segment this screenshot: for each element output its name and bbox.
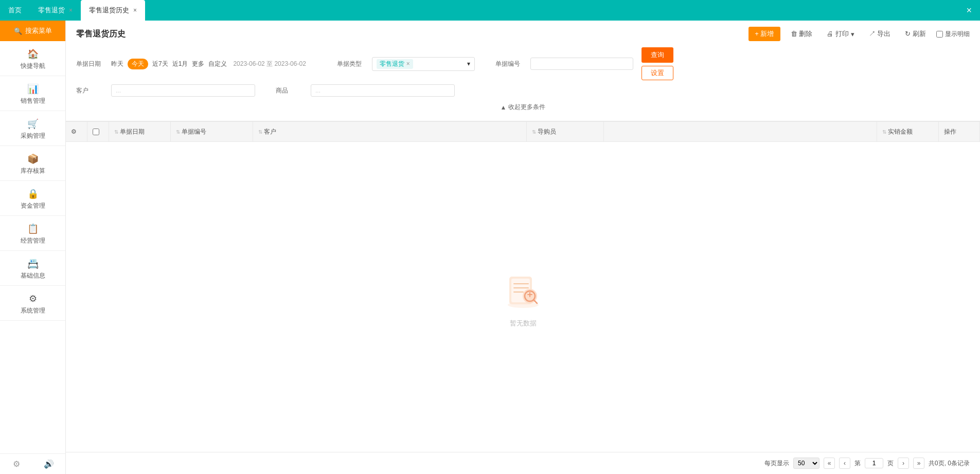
type-filter-select[interactable]: 零售退货 × ▾ xyxy=(372,57,475,71)
sidebar-search-label: 搜索菜单 xyxy=(25,26,52,35)
th-sort-docno-icon[interactable]: ⇅ xyxy=(176,129,180,135)
delete-button[interactable]: 🗑 删除 xyxy=(787,27,817,41)
date-filter-label: 单据日期 xyxy=(76,60,107,68)
th-sort-date-icon[interactable]: ⇅ xyxy=(114,129,118,135)
date-opt-last7[interactable]: 近7天 xyxy=(152,60,168,68)
th-action: 操作 xyxy=(939,122,980,141)
show-detail-label: 显示明细 xyxy=(945,30,970,39)
first-page-button[interactable]: « xyxy=(824,458,835,469)
tab-retail-return-close[interactable]: × xyxy=(69,7,73,14)
search-icon: 🔍 xyxy=(14,27,22,35)
sidebar: 🔍 搜索菜单 🏠 快捷导航 📊 销售管理 🛒 采购管理 📦 库存核算 🔒 资金管… xyxy=(0,21,66,474)
type-filter-tag-value: 零售退货 xyxy=(380,60,404,68)
number-filter-input[interactable] xyxy=(530,58,633,70)
goods-filter-input[interactable] xyxy=(311,84,455,97)
th-amount: ⇅ 实销金额 xyxy=(877,122,939,141)
prev-page-button[interactable]: ‹ xyxy=(839,458,850,469)
system-icon: ⚙ xyxy=(29,293,37,304)
date-opt-custom[interactable]: 自定义 xyxy=(208,60,227,68)
sidebar-item-sales-label: 销售管理 xyxy=(21,97,45,105)
th-action-label: 操作 xyxy=(944,127,956,136)
collapse-chevron-icon: ▲ xyxy=(501,104,507,111)
tab-retail-return-history[interactable]: 零售退货历史 × xyxy=(81,0,145,21)
th-customer-label: 客户 xyxy=(264,127,276,136)
date-opt-last1m[interactable]: 近1月 xyxy=(172,60,188,68)
print-button[interactable]: 🖨 打印 ▾ xyxy=(823,27,859,41)
inventory-icon: 📦 xyxy=(27,153,39,165)
sidebar-item-quick-nav[interactable]: 🏠 快捷导航 xyxy=(0,41,65,76)
purchase-icon: 🛒 xyxy=(27,118,39,130)
window-close-button[interactable]: × xyxy=(958,5,980,16)
filter-settings-button[interactable]: 设置 xyxy=(642,66,673,80)
page-title: 零售退货历史 xyxy=(76,29,126,40)
sidebar-item-inventory[interactable]: 📦 库存核算 xyxy=(0,146,65,181)
tab-home[interactable]: 首页 xyxy=(0,0,30,21)
table-area: ⚙ ⇅ 单据日期 ⇅ 单据编号 ⇅ 客户 ⇅ xyxy=(66,121,980,474)
date-opt-yesterday[interactable]: 昨天 xyxy=(111,60,123,68)
type-filter-tag-close[interactable]: × xyxy=(406,60,410,67)
select-all-checkbox[interactable] xyxy=(93,129,99,135)
sidebar-item-business[interactable]: 📋 经营管理 xyxy=(0,216,65,251)
basic-icon: 📇 xyxy=(27,258,39,269)
add-button-label: + 新增 xyxy=(755,29,774,39)
sidebar-item-inventory-label: 库存核算 xyxy=(21,167,45,175)
tab-retail-return-history-label: 零售退货历史 xyxy=(89,6,129,15)
main-layout: 🔍 搜索菜单 🏠 快捷导航 📊 销售管理 🛒 采购管理 📦 库存核算 🔒 资金管… xyxy=(0,21,980,474)
sidebar-item-basic-label: 基础信息 xyxy=(21,271,45,280)
home-icon: 🏠 xyxy=(27,48,39,60)
th-docno-label: 单据编号 xyxy=(182,127,206,136)
th-checkbox[interactable] xyxy=(87,122,109,141)
last-page-button[interactable]: » xyxy=(913,458,924,469)
sidebar-item-sales[interactable]: 📊 销售管理 xyxy=(0,76,65,111)
content-area: 零售退货历史 + 新增 🗑 删除 🖨 打印 ▾ ↗ 导出 xyxy=(66,21,980,474)
sidebar-item-basic[interactable]: 📇 基础信息 xyxy=(0,251,65,286)
show-detail-checkbox[interactable] xyxy=(936,31,943,38)
th-date: ⇅ 单据日期 xyxy=(109,122,171,141)
sidebar-item-business-label: 经营管理 xyxy=(21,236,45,245)
th-date-label: 单据日期 xyxy=(120,127,145,136)
sidebar-item-system[interactable]: ⚙ 系统管理 xyxy=(0,286,65,321)
type-filter-chevron-icon: ▾ xyxy=(467,60,470,67)
refresh-button[interactable]: ↻ 刷新 xyxy=(901,27,930,41)
th-sort-amount-icon[interactable]: ⇅ xyxy=(882,129,886,135)
th-gear[interactable]: ⚙ xyxy=(66,122,87,141)
goods-filter-label: 商品 xyxy=(276,86,307,95)
action-buttons: 查询 设置 xyxy=(642,47,673,80)
sidebar-item-quick-nav-label: 快捷导航 xyxy=(21,62,45,70)
filter-collapse-label: 收起更多条件 xyxy=(508,103,545,112)
tab-retail-return[interactable]: 零售退货 × xyxy=(30,0,81,21)
sidebar-item-finance[interactable]: 🔒 资金管理 xyxy=(0,181,65,216)
next-page-button[interactable]: › xyxy=(898,458,909,469)
sidebar-item-purchase[interactable]: 🛒 采购管理 xyxy=(0,111,65,146)
date-options: 昨天 今天 近7天 近1月 更多 自定义 2023-06-02 至 2023-0… xyxy=(111,59,306,69)
business-icon: 📋 xyxy=(27,223,39,234)
filter-collapse-button[interactable]: ▲ 收起更多条件 xyxy=(492,101,554,114)
show-detail-checkbox-label[interactable]: 显示明细 xyxy=(936,30,970,39)
sidebar-settings-button[interactable]: ⚙ xyxy=(0,454,33,474)
tab-retail-return-label: 零售退货 xyxy=(38,6,65,15)
sales-icon: 📊 xyxy=(27,83,39,95)
per-page-label: 每页显示 xyxy=(764,459,789,468)
th-sort-guide-icon[interactable]: ⇅ xyxy=(532,129,536,135)
finance-icon: 🔒 xyxy=(27,188,39,199)
type-filter-label: 单据类型 xyxy=(337,60,368,68)
empty-illustration xyxy=(500,266,546,313)
per-page-select[interactable]: 50 100 200 xyxy=(793,458,819,469)
date-opt-today[interactable]: 今天 xyxy=(128,59,148,69)
sidebar-item-purchase-label: 采购管理 xyxy=(21,132,45,140)
date-opt-more[interactable]: 更多 xyxy=(192,60,204,68)
sidebar-bottom: ⚙ 🔊 xyxy=(0,453,65,474)
query-button[interactable]: 查询 xyxy=(642,47,673,63)
th-sort-customer-icon[interactable]: ⇅ xyxy=(258,129,262,135)
export-button[interactable]: ↗ 导出 xyxy=(865,27,895,41)
tab-retail-return-history-close[interactable]: × xyxy=(133,7,137,14)
page-label: 第 xyxy=(854,459,861,468)
customer-filter-input[interactable] xyxy=(111,84,255,97)
type-filter-tag: 零售退货 × xyxy=(377,59,413,69)
add-button[interactable]: + 新增 xyxy=(749,27,780,41)
print-chevron-icon: ▾ xyxy=(851,30,854,38)
sidebar-volume-button[interactable]: 🔊 xyxy=(33,454,66,474)
page-number-input[interactable] xyxy=(865,458,883,468)
filter-row-2: 客户 商品 xyxy=(76,84,970,97)
sidebar-search[interactable]: 🔍 搜索菜单 xyxy=(0,21,65,41)
